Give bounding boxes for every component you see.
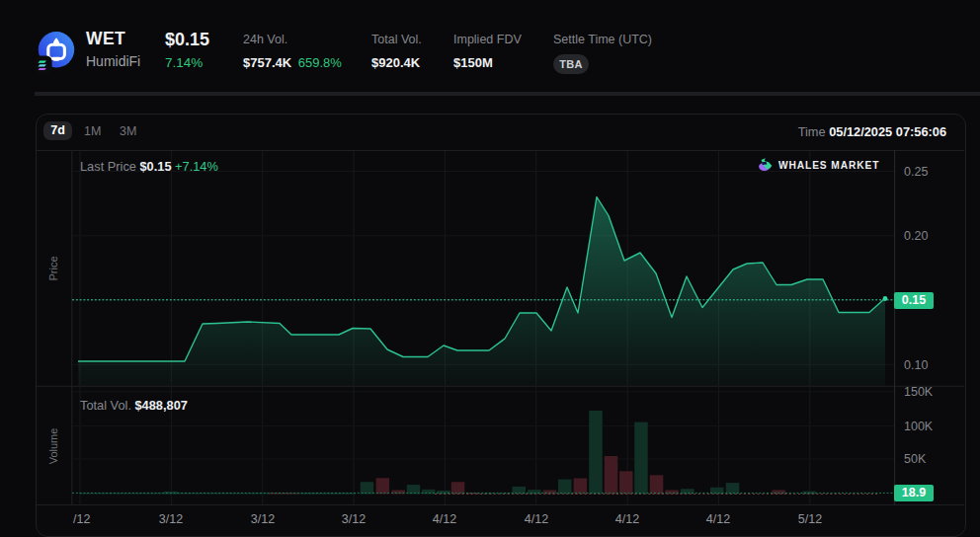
svg-text:WHALES MARKET: WHALES MARKET <box>778 160 879 171</box>
